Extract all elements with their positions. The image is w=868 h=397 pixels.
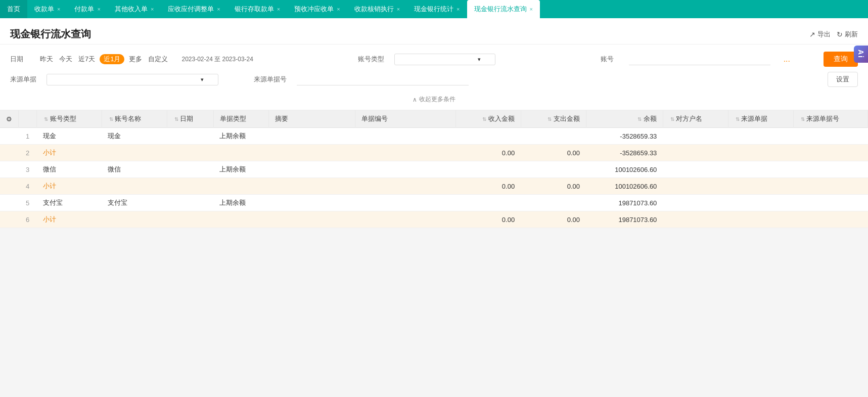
cell-date [167, 211, 213, 228]
cell-date [167, 178, 213, 195]
date-shortcut-last7[interactable]: 近7天 [77, 54, 97, 64]
account-type-select-wrap: ▾ [394, 54, 495, 65]
nav-item-advance-offset[interactable]: 预收冲应收单 × [287, 0, 347, 18]
data-table: ⚙ ⇅ 账号类型 ⇅ 账号名称 ⇅ 日期 单据类型 [0, 110, 868, 228]
nav-item-bank-deposit[interactable]: 银行存取款单 × [227, 0, 287, 18]
date-shortcut-yesterday[interactable]: 昨天 [38, 54, 55, 64]
date-filter-label: 日期 [10, 55, 28, 64]
cell-expense: 0.00 [521, 178, 586, 195]
date-shortcut-last1m[interactable]: 近1月 [100, 54, 124, 64]
column-balance[interactable]: ⇅ 余额 [586, 110, 663, 128]
column-source-doc[interactable]: ⇅ 来源单据 [728, 110, 793, 128]
source-doc-select-wrap: ▾ [47, 74, 218, 85]
sort-icon-date: ⇅ [174, 116, 178, 122]
cell-account-type: 支付宝 [37, 195, 102, 211]
column-account-type[interactable]: ⇅ 账号类型 [37, 110, 102, 128]
date-shortcut-today[interactable]: 今天 [58, 54, 74, 64]
column-date[interactable]: ⇅ 日期 [167, 110, 213, 128]
refresh-button[interactable]: ↻ 刷新 [837, 30, 858, 39]
nav-label-ar-ap-adjust: 应收应付调整单 [168, 0, 214, 18]
nav-label-advance-offset: 预收冲应收单 [294, 0, 334, 18]
source-doc-select[interactable]: ▾ [47, 74, 218, 85]
cell-balance: -3528659.33 [586, 145, 663, 161]
account-ellipsis-button[interactable]: ... [781, 55, 793, 64]
cell-balance: 19871073.60 [586, 195, 663, 211]
column-source-doc-no[interactable]: ⇅ 来源单据号 [793, 110, 867, 128]
settings-button[interactable]: 设置 [828, 72, 858, 87]
collapse-filter-button[interactable]: ∧ 收起更多条件 [10, 92, 858, 105]
nav-close-ar-ap-adjust[interactable]: × [217, 0, 220, 18]
nav-close-cash-bank-stat[interactable]: × [456, 0, 460, 18]
export-icon: ↗ [809, 30, 815, 38]
nav-item-payment[interactable]: 付款单 × [67, 0, 107, 18]
nav-close-cash-bank-flow[interactable]: × [530, 0, 533, 18]
cell-source-doc-no [793, 195, 867, 211]
nav-close-advance-offset[interactable]: × [337, 0, 340, 18]
nav-close-other-income[interactable]: × [151, 0, 154, 18]
column-income[interactable]: ⇅ 收入金额 [455, 110, 521, 128]
nav-item-other-income[interactable]: 其他收入单 × [108, 0, 161, 18]
cell-counterparty [663, 145, 728, 161]
nav-close-payment[interactable]: × [97, 0, 100, 18]
nav-close-bank-deposit[interactable]: × [277, 0, 280, 18]
cell-doc-no [355, 195, 455, 211]
cell-balance: -3528659.33 [586, 128, 663, 145]
column-doc-no: 单据编号 [355, 110, 455, 128]
nav-item-home[interactable]: 首页 [0, 0, 27, 18]
cell-date [167, 195, 213, 211]
column-expense[interactable]: ⇅ 支出金额 [521, 110, 586, 128]
source-doc-no-input[interactable] [297, 73, 469, 85]
query-button[interactable]: 查询 [824, 52, 858, 67]
nav-close-receipt[interactable]: × [57, 0, 60, 18]
date-shortcut-more[interactable]: 更多 [127, 54, 144, 64]
collapse-icon: ∧ [413, 96, 417, 103]
export-label: 导出 [817, 30, 831, 39]
refresh-label: 刷新 [845, 30, 858, 39]
account-input[interactable] [629, 53, 770, 65]
nav-item-cash-bank-stat[interactable]: 现金银行统计 × [407, 0, 467, 18]
account-type-label: 账号类型 [358, 55, 384, 64]
cell-doc-type [213, 178, 268, 195]
column-account-name[interactable]: ⇅ 账号名称 [102, 110, 167, 128]
cell-gear [0, 211, 19, 228]
account-type-chevron-icon: ▾ [478, 56, 481, 63]
cell-source-doc-no [793, 145, 867, 161]
cell-source-doc [728, 161, 793, 178]
table-container: ⚙ ⇅ 账号类型 ⇅ 账号名称 ⇅ 日期 单据类型 [0, 110, 868, 228]
sort-icon-account-name: ⇅ [109, 116, 113, 122]
ai-badge[interactable]: Ai [854, 46, 868, 63]
date-shortcut-custom[interactable]: 自定义 [147, 54, 169, 64]
sort-icon-balance: ⇅ [637, 116, 642, 122]
cell-gear [0, 145, 19, 161]
account-type-select[interactable]: ▾ [394, 54, 495, 65]
cell-gear [0, 195, 19, 211]
table-body: 1现金现金上期余额-3528659.332小计0.000.00-3528659.… [0, 128, 868, 228]
nav-label-payment: 付款单 [74, 0, 94, 18]
column-counterparty[interactable]: ⇅ 对方户名 [663, 110, 728, 128]
cell-source-doc [728, 128, 793, 145]
nav-item-ar-ap-adjust[interactable]: 应收应付调整单 × [161, 0, 227, 18]
export-button[interactable]: ↗ 导出 [809, 30, 831, 39]
collapse-label: 收起更多条件 [419, 95, 455, 104]
cell-income [455, 195, 521, 211]
cell-income: 0.00 [455, 145, 521, 161]
filter-row-2: 来源单据 ▾ 来源单据号 设置 [10, 72, 858, 87]
cell-account-type: 微信 [37, 161, 102, 178]
cell-counterparty [663, 128, 728, 145]
nav-item-receipt[interactable]: 收款单 × [27, 0, 67, 18]
table-row: 4小计0.000.00100102606.60 [0, 178, 868, 195]
cell-date [167, 145, 213, 161]
cell-doc-type: 上期余额 [213, 128, 268, 145]
table-row: 5支付宝支付宝上期余额19871073.60 [0, 195, 868, 211]
cell-gear [0, 161, 19, 178]
cell-account-name: 现金 [102, 128, 167, 145]
nav-item-receipt-verify[interactable]: 收款核销执行 × [347, 0, 407, 18]
cell-balance: 100102606.60 [586, 178, 663, 195]
cell-summary [269, 211, 355, 228]
header-actions: ↗ 导出 ↻ 刷新 [809, 30, 858, 39]
column-gear[interactable]: ⚙ [0, 110, 19, 128]
table-row: 2小计0.000.00-3528659.33 [0, 145, 868, 161]
cell-source-doc [728, 195, 793, 211]
nav-item-cash-bank-flow[interactable]: 现金银行流水查询 × [467, 0, 540, 18]
nav-close-receipt-verify[interactable]: × [397, 0, 400, 18]
